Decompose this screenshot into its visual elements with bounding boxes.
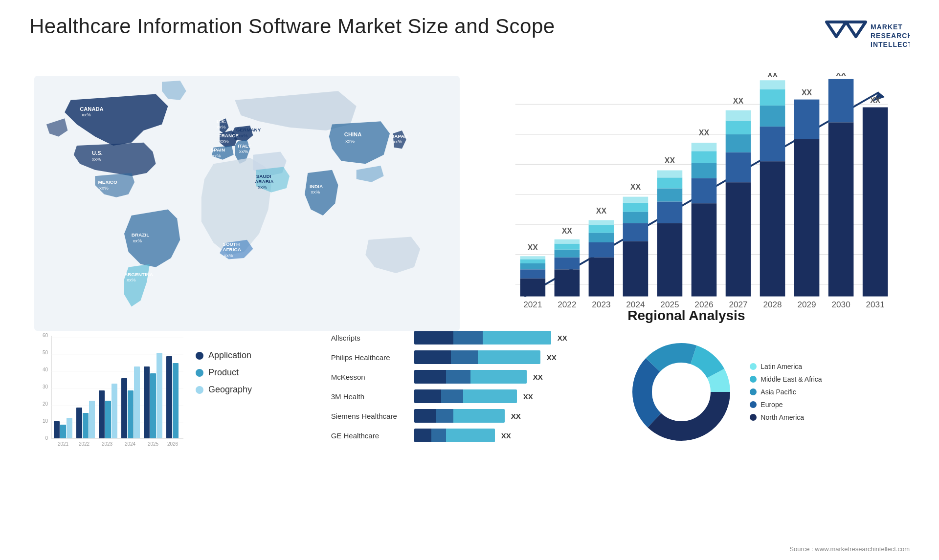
svg-rect-134 bbox=[99, 390, 105, 438]
svg-text:XX: XX bbox=[665, 156, 675, 165]
svg-text:10: 10 bbox=[43, 418, 48, 424]
legend-label-latin: Latin America bbox=[760, 363, 802, 370]
svg-rect-133 bbox=[89, 401, 95, 438]
bar-seg2 bbox=[446, 370, 470, 384]
svg-rect-83 bbox=[726, 152, 751, 182]
svg-text:2029: 2029 bbox=[797, 300, 816, 309]
logo: MARKET RESEARCH INTELLECT bbox=[851, 15, 910, 59]
player-value-ge: XX bbox=[501, 431, 511, 440]
svg-rect-64 bbox=[623, 241, 648, 297]
svg-rect-78 bbox=[692, 163, 717, 178]
svg-rect-142 bbox=[156, 353, 162, 438]
svg-text:INTELLECT: INTELLECT bbox=[871, 41, 910, 48]
svg-text:XX: XX bbox=[870, 96, 881, 105]
svg-rect-70 bbox=[657, 223, 683, 297]
svg-rect-47 bbox=[520, 269, 546, 278]
svg-text:xx%: xx% bbox=[212, 153, 221, 158]
svg-text:20: 20 bbox=[43, 401, 48, 407]
svg-text:INDIA: INDIA bbox=[310, 184, 323, 189]
svg-rect-106 bbox=[794, 100, 820, 139]
players-list: Allscripts XX Philips Healthcare bbox=[331, 331, 608, 442]
svg-text:ITALY: ITALY bbox=[238, 143, 251, 149]
svg-rect-139 bbox=[134, 366, 140, 438]
svg-text:CHINA: CHINA bbox=[344, 131, 361, 137]
legend-asia-pacific: Asia Pacific bbox=[750, 388, 822, 396]
bar-seg2 bbox=[441, 389, 463, 403]
svg-marker-0 bbox=[827, 22, 866, 37]
legend-latin-america: Latin America bbox=[750, 363, 822, 370]
svg-text:40: 40 bbox=[43, 367, 48, 372]
svg-rect-56 bbox=[555, 239, 580, 244]
svg-text:xx%: xx% bbox=[311, 189, 320, 194]
player-name-ge: GE Healthcare bbox=[331, 431, 409, 440]
page-title: Healthcare Information Software Market S… bbox=[29, 15, 555, 38]
svg-rect-60 bbox=[589, 233, 614, 242]
svg-text:XX: XX bbox=[767, 73, 778, 79]
donut-legend: Latin America Middle East & Africa Asia … bbox=[750, 363, 822, 421]
legend-dot-geography bbox=[196, 386, 203, 394]
player-row-3mhealth: 3M Health XX bbox=[331, 389, 608, 403]
svg-text:U.K.: U.K. bbox=[217, 119, 226, 124]
svg-rect-48 bbox=[520, 263, 546, 269]
bar-chart-section: XX XX XX bbox=[474, 68, 910, 338]
svg-rect-90 bbox=[760, 106, 785, 127]
svg-text:2025: 2025 bbox=[660, 300, 679, 309]
svg-rect-76 bbox=[692, 203, 717, 296]
bar-seg2 bbox=[451, 350, 478, 364]
player-bar-philips: XX bbox=[414, 350, 608, 364]
svg-text:2025: 2025 bbox=[148, 441, 159, 447]
svg-rect-131 bbox=[76, 408, 82, 438]
svg-text:XX: XX bbox=[802, 88, 812, 97]
svg-text:2022: 2022 bbox=[558, 300, 576, 309]
svg-rect-109 bbox=[828, 79, 854, 122]
player-row-siemens: Siemens Healthcare XX bbox=[331, 409, 608, 423]
svg-text:MEXICO: MEXICO bbox=[98, 179, 117, 185]
svg-rect-111 bbox=[863, 108, 888, 297]
legend-europe: Europe bbox=[750, 401, 822, 409]
legend-color-europe bbox=[750, 401, 757, 408]
svg-text:2030: 2030 bbox=[831, 300, 850, 309]
svg-text:XX: XX bbox=[733, 97, 744, 105]
svg-text:U.S.: U.S. bbox=[92, 150, 103, 156]
svg-rect-49 bbox=[520, 259, 546, 263]
svg-text:ARGENTINA: ARGENTINA bbox=[124, 272, 153, 277]
player-value-3mhealth: XX bbox=[523, 392, 533, 401]
svg-rect-135 bbox=[105, 401, 111, 438]
svg-rect-143 bbox=[166, 356, 172, 438]
world-map-section: CANADA xx% U.S. xx% MEXICO xx% BRAZIL xx… bbox=[29, 68, 465, 338]
donut-chart-svg bbox=[627, 338, 735, 446]
player-value-siemens: XX bbox=[511, 412, 521, 420]
svg-rect-84 bbox=[726, 134, 751, 152]
svg-text:xx%: xx% bbox=[127, 277, 136, 282]
page-container: Healthcare Information Software Market S… bbox=[0, 0, 939, 560]
bar-seg1 bbox=[414, 429, 431, 442]
svg-rect-77 bbox=[692, 178, 717, 204]
svg-rect-82 bbox=[726, 182, 751, 296]
svg-text:BRAZIL: BRAZIL bbox=[132, 232, 149, 237]
player-name-philips: Philips Healthcare bbox=[331, 353, 409, 362]
svg-rect-137 bbox=[121, 378, 127, 438]
svg-text:0: 0 bbox=[45, 435, 48, 441]
svg-text:2024: 2024 bbox=[626, 300, 645, 309]
svg-rect-65 bbox=[623, 223, 648, 241]
svg-rect-59 bbox=[589, 242, 614, 258]
player-name-siemens: Siemens Healthcare bbox=[331, 412, 409, 420]
legend-color-na bbox=[750, 414, 757, 421]
legend-label-application: Application bbox=[208, 350, 251, 361]
svg-text:2021: 2021 bbox=[58, 441, 69, 447]
svg-rect-140 bbox=[144, 366, 150, 438]
svg-rect-80 bbox=[692, 143, 717, 151]
bar-seg3 bbox=[470, 370, 527, 384]
svg-rect-89 bbox=[760, 127, 785, 161]
player-bar-siemens: XX bbox=[414, 409, 608, 423]
player-row-mckesson: McKesson XX bbox=[331, 370, 608, 384]
svg-text:2031: 2031 bbox=[866, 300, 885, 309]
svg-text:SOUTH: SOUTH bbox=[223, 241, 240, 247]
svg-text:xx%: xx% bbox=[224, 253, 233, 258]
svg-rect-72 bbox=[657, 188, 683, 201]
legend-north-america: North America bbox=[750, 413, 822, 421]
svg-text:2028: 2028 bbox=[763, 300, 782, 309]
svg-rect-86 bbox=[726, 110, 751, 121]
svg-text:SAUDI: SAUDI bbox=[256, 173, 271, 179]
svg-rect-141 bbox=[150, 373, 156, 438]
